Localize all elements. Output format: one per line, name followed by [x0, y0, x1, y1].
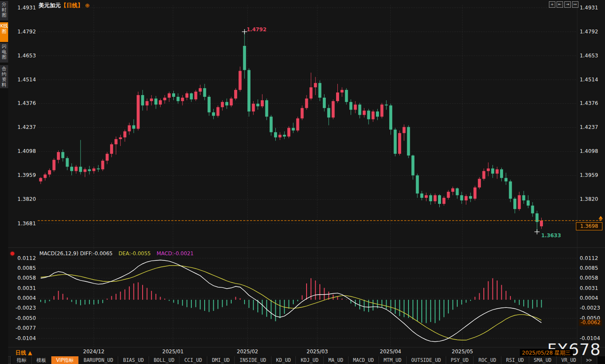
price-tick-label: 1.4653	[580, 53, 598, 59]
tab-vip[interactable]: VIP指标	[51, 356, 79, 364]
add-indicator-icon[interactable]: ⊕	[85, 2, 90, 9]
macd-tick-label: -0.0104	[12, 335, 36, 341]
price-tick-label: 1.4098	[12, 148, 36, 154]
chart-toolbar: +⇤⇥↦	[549, 1, 578, 8]
period-tag: 【日线】	[61, 2, 83, 9]
macd-tick-label: 0.0085	[12, 265, 36, 271]
zoom-vertical-icon[interactable]: ⇥	[564, 1, 571, 8]
time-tick-label: 2025/05	[447, 349, 477, 355]
period-selector[interactable]: 日线 ▲	[15, 349, 32, 357]
macd-tick-label: 0.0112	[12, 255, 36, 261]
chart-type-sidebar: 分时图K线图闪电图合约资料	[0, 0, 8, 364]
time-tick-label: 2025/02	[232, 349, 262, 355]
macd-tick-label: -0.0050	[12, 315, 36, 321]
tab-macd_ud[interactable]: MACD_UD	[349, 356, 379, 364]
indicator-tab-bar: 指标模板VIP指标BARUPDN_UDBIAS_UDBOLL_UDCCI_UDD…	[0, 356, 605, 364]
period-label: 日线	[15, 349, 26, 356]
price-tick-label: 1.3820	[12, 196, 36, 202]
macd-macd-value: MACD:-0.0021	[157, 251, 194, 257]
tab-boll_ud[interactable]: BOLL_UD	[149, 356, 179, 364]
high-price-annotation: 1.4792	[247, 27, 266, 33]
macd-tick-label: -0.0023	[12, 305, 36, 311]
tab-sma_ud[interactable]: SMA_UD	[529, 356, 557, 364]
macd-tick-label: 0.0058	[580, 275, 598, 281]
price-tick-label: 1.4237	[12, 124, 36, 130]
symbol-name: 美元加元	[39, 2, 61, 9]
tab-ma_ud[interactable]: MA_UD	[324, 356, 349, 364]
price-tick-label: 1.3681	[12, 221, 36, 227]
macd-tick-label: -0.0077	[12, 325, 36, 331]
tab-rsi_ud[interactable]: RSI_UD	[501, 356, 529, 364]
macd-tick-label: 0.0004	[580, 295, 598, 301]
macd-tick-label: 0.0058	[12, 275, 36, 281]
macd-tick-label: 0.0085	[580, 265, 598, 271]
macd-histogram	[41, 278, 542, 323]
sidebar-item-contract-info[interactable]: 合约资料	[0, 65, 8, 88]
zoom-horizontal-icon[interactable]: ⇤	[557, 1, 563, 8]
price-tick-label: 1.4376	[580, 100, 598, 106]
tab-kd_ud[interactable]: KD_UD	[271, 356, 296, 364]
macd-tick-label: 0.0112	[580, 255, 598, 261]
low-price-annotation: 1.3633	[541, 233, 561, 239]
tab-mtm_ud[interactable]: MTM_UD	[379, 356, 407, 364]
price-tick-label: 1.4792	[580, 29, 598, 35]
tab-inside_ud[interactable]: INSIDE_UD	[235, 356, 271, 364]
macd-tick-label: 0.0031	[12, 285, 36, 291]
price-arrow-icon	[599, 216, 603, 220]
price-tick-label: 1.4931	[12, 5, 36, 11]
chart-application: 分时图K线图闪电图合约资料 美元加元【日线】 ⊕ +⇤⇥↦ 1.49311.47…	[0, 0, 605, 364]
price-tick-label: 1.4792	[12, 29, 36, 35]
pan-right-icon[interactable]: ↦	[572, 1, 578, 8]
current-diff-badge: -0.0062	[579, 319, 602, 326]
price-macd-chart[interactable]	[0, 0, 605, 364]
macd-settings-icon[interactable]: ●	[10, 251, 15, 256]
tab-cci_ud[interactable]: CCI_UD	[179, 356, 207, 364]
dea-line	[41, 266, 542, 340]
tab-dmi_ud[interactable]: DMI_UD	[207, 356, 235, 364]
chart-title: 美元加元【日线】 ⊕	[39, 2, 89, 9]
tab-bias_ud[interactable]: BIAS_UD	[118, 356, 149, 364]
tab-roc_ud[interactable]: ROC_UD	[474, 356, 501, 364]
tab-bar-filler	[597, 356, 605, 364]
sidebar-item-flash-chart[interactable]: 闪电图	[0, 43, 8, 63]
tab-outside_ud[interactable]: OUTSIDE_UD	[407, 356, 446, 364]
price-tick-label: 1.4514	[580, 77, 598, 83]
price-tick-label: 1.4931	[580, 5, 598, 11]
price-tick-label: 1.4237	[580, 124, 598, 130]
tab-[interactable]: 指标	[12, 356, 32, 364]
tab-psy_ud[interactable]: PSY_UD	[446, 356, 474, 364]
macd-indicator-header: MACD(26,12,9) DIFF:-0.0065 DEA:-0.0055 M…	[39, 251, 194, 257]
price-tick-label: 1.3820	[580, 196, 598, 202]
time-tick-label: 2025/03	[302, 349, 332, 355]
time-tick-label: 2024/12	[79, 349, 109, 355]
price-tick-label: 1.4376	[12, 100, 36, 106]
time-tick-label: 2025/01	[158, 349, 188, 355]
price-tick-label: 1.4653	[12, 53, 36, 59]
candlestick-layer	[39, 32, 543, 232]
tab-[interactable]: 模板	[32, 356, 51, 364]
price-tick-label: 1.4514	[12, 77, 36, 83]
macd-tick-label: 0.0004	[12, 295, 36, 301]
sidebar-item-kline-chart[interactable]: K线图	[0, 22, 8, 42]
grid-layer	[0, 0, 605, 347]
tab->>[interactable]: >>	[581, 356, 597, 364]
macd-dea-value: DEA:-0.0055	[119, 251, 151, 257]
macd-tick-label: -0.0023	[580, 305, 600, 311]
price-tick-label: 1.3959	[12, 172, 36, 178]
sidebar-item-time-chart[interactable]: 分时图	[0, 1, 8, 21]
tab-barupdn_ud[interactable]: BARUPDN_UD	[79, 356, 118, 364]
price-tick-label: 1.3959	[580, 172, 598, 178]
tab-vr_ud[interactable]: VR_UD	[557, 356, 581, 364]
period-arrow-icon: ▲	[28, 349, 32, 356]
time-tick-label: 2025/04	[376, 349, 405, 355]
price-tick-label: 1.4098	[580, 148, 598, 154]
tab-kdj_ud[interactable]: KDJ_UD	[296, 356, 324, 364]
macd-params-diff: MACD(26,12,9) DIFF:-0.0065	[39, 251, 113, 257]
current-price-badge: 1.3698	[576, 222, 602, 230]
crosshair-icon[interactable]: +	[549, 1, 555, 8]
macd-tick-label: 0.0031	[580, 285, 598, 291]
